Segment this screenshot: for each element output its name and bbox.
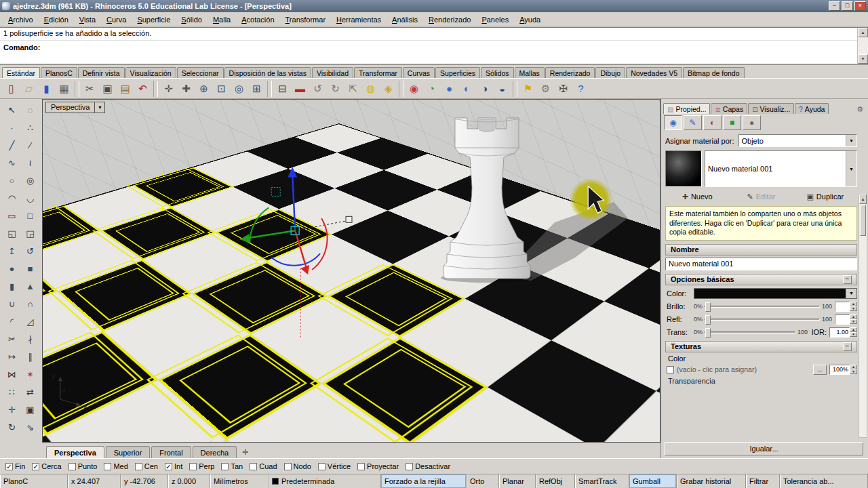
- menu-item[interactable]: Malla: [208, 14, 236, 26]
- new-material-button[interactable]: ✚ Nuevo: [665, 190, 729, 203]
- prop-mapping-icon[interactable]: ●: [743, 115, 761, 130]
- status-smarttrack[interactable]: SmartTrack: [575, 474, 629, 488]
- osnap-toggle[interactable]: Vértice: [318, 462, 351, 470]
- mirror-icon[interactable]: ⇄: [22, 384, 39, 401]
- toolbar-tab[interactable]: Transformar: [354, 67, 402, 78]
- toolbar-tab[interactable]: Bitmap de fondo: [683, 67, 744, 78]
- close-button[interactable]: ×: [854, 1, 866, 11]
- viewport-title[interactable]: Perspectiva ▼: [45, 102, 105, 113]
- panel-tab[interactable]: ≣Capas: [711, 103, 747, 114]
- curve-icon[interactable]: ∿: [3, 155, 21, 171]
- status-units[interactable]: Milímetros: [210, 474, 269, 488]
- spinner-arrows-icon[interactable]: ▲▼: [850, 365, 857, 375]
- zoom-selected-icon[interactable]: ◎: [231, 80, 248, 97]
- brillo-thumb[interactable]: [705, 302, 711, 312]
- car-icon[interactable]: ▬: [292, 80, 309, 97]
- checkbox-icon[interactable]: [357, 463, 365, 470]
- status-filter[interactable]: Filtrar: [746, 474, 780, 488]
- brillo-spinner[interactable]: ▲▼: [835, 302, 857, 312]
- points-icon[interactable]: ∴: [22, 119, 39, 136]
- restore-button[interactable]: □: [842, 1, 853, 11]
- chevron-down-icon[interactable]: ▼: [846, 151, 856, 186]
- extrude-icon[interactable]: ↥: [3, 243, 21, 260]
- set-view-icon[interactable]: ⇱: [344, 80, 361, 97]
- menu-item[interactable]: Transformar: [280, 14, 332, 26]
- zoom-extents-icon[interactable]: ⊞: [248, 80, 265, 97]
- rotate-cw-view-icon[interactable]: ↻: [327, 80, 344, 97]
- brillo-track[interactable]: [705, 306, 820, 308]
- help-icon[interactable]: ?: [572, 80, 589, 97]
- pan-hand-icon[interactable]: ✛: [160, 80, 177, 97]
- collapse-icon[interactable]: −: [843, 275, 852, 284]
- menu-item[interactable]: Edición: [39, 14, 74, 26]
- command-input[interactable]: [40, 41, 865, 54]
- lasso-select-icon[interactable]: ◌: [22, 102, 39, 119]
- menu-item[interactable]: Vista: [74, 14, 101, 26]
- toolbar-tab[interactable]: Definir vista: [78, 67, 125, 78]
- scroll-up-icon[interactable]: ▲: [858, 28, 868, 37]
- osnap-toggle[interactable]: Tan: [221, 462, 243, 470]
- prop-color-icon[interactable]: ■: [723, 115, 741, 130]
- circle-icon[interactable]: ○: [3, 172, 21, 189]
- fillet-icon[interactable]: ◜: [3, 313, 21, 330]
- cut-icon[interactable]: ✂: [81, 80, 98, 97]
- refl-track[interactable]: [705, 319, 820, 321]
- toolbar-tab[interactable]: Disposición de las vistas: [224, 67, 311, 78]
- offset-icon[interactable]: ∥: [22, 348, 39, 365]
- checkbox-icon[interactable]: ✓: [32, 463, 39, 470]
- status-gumball[interactable]: Gumball: [629, 474, 677, 488]
- spinner-arrows-icon[interactable]: ▲▼: [850, 314, 857, 325]
- paste-icon[interactable]: ▤: [117, 80, 134, 97]
- osnap-toggle[interactable]: Desactivar: [406, 462, 450, 470]
- edit-material-button[interactable]: ✎ Editar: [729, 190, 793, 203]
- perspective-viewport[interactable]: Perspectiva ▼: [42, 99, 660, 443]
- checkbox-icon[interactable]: [104, 463, 111, 470]
- extend-icon[interactable]: ↦: [3, 348, 21, 365]
- polyline-icon[interactable]: ╱: [3, 137, 21, 154]
- toolbar-tab[interactable]: Superficies: [435, 67, 480, 78]
- osnap-toggle[interactable]: ✓Cerca: [32, 462, 61, 470]
- boolean-difference-icon[interactable]: ∩: [22, 296, 39, 312]
- status-layer[interactable]: Predeterminada: [269, 474, 381, 488]
- checkbox-icon[interactable]: [250, 463, 257, 470]
- checkbox-icon[interactable]: [406, 463, 413, 470]
- zoom-dynamic-icon[interactable]: ⊕: [195, 80, 212, 97]
- toolbar-tab[interactable]: Visualización: [125, 67, 176, 78]
- toolbar-tab[interactable]: Renderizado: [545, 67, 595, 78]
- menu-item[interactable]: Análisis: [387, 14, 423, 26]
- box-icon[interactable]: ■: [22, 260, 39, 277]
- command-scrollbar[interactable]: ▲ ▼: [857, 28, 868, 64]
- browse-button[interactable]: ...: [813, 365, 827, 375]
- material-preview-sphere[interactable]: [665, 150, 702, 187]
- viewport-title-label[interactable]: Perspectiva: [45, 102, 95, 113]
- panel-tab[interactable]: ⊡Visualiz...: [748, 103, 794, 114]
- osnap-toggle[interactable]: Proyectar: [357, 462, 399, 470]
- prop-texture-icon[interactable]: ◐: [703, 115, 722, 130]
- texture-checkbox[interactable]: [667, 366, 674, 373]
- toolbar-tab[interactable]: PlanosC: [41, 67, 77, 78]
- panel-tab[interactable]: ▤Propied...: [663, 103, 710, 114]
- rotate-tool-icon[interactable]: ↻: [3, 419, 21, 436]
- scale-tool-icon[interactable]: ⇘: [22, 419, 39, 436]
- checkbox-icon[interactable]: ✓: [165, 463, 172, 470]
- status-record-history[interactable]: Grabar historial: [677, 474, 746, 488]
- scrollbar-thumb[interactable]: [860, 205, 866, 236]
- chevron-down-icon[interactable]: ▼: [846, 289, 856, 298]
- osnap-toggle[interactable]: Med: [104, 462, 127, 470]
- osnap-toggle[interactable]: Cuad: [250, 462, 277, 470]
- toolbar-tab[interactable]: Mallas: [515, 67, 545, 78]
- viewport-layout-icon[interactable]: ⊟: [274, 80, 291, 97]
- zoom-window-icon[interactable]: ⊡: [213, 80, 230, 97]
- gears-icon[interactable]: ⚙: [537, 80, 554, 97]
- osnap-toggle[interactable]: ✓Int: [165, 462, 182, 470]
- split-icon[interactable]: ∤: [22, 331, 39, 348]
- checkbox-icon[interactable]: [284, 463, 292, 470]
- cone-icon[interactable]: ▲: [22, 278, 39, 295]
- toolbar-tab[interactable]: Sólidos: [481, 67, 513, 78]
- status-coord-x[interactable]: x 24.407: [68, 474, 121, 488]
- toolbar-tab[interactable]: Estándar: [2, 67, 40, 78]
- print-icon[interactable]: ▦: [56, 80, 73, 97]
- osnap-toggle[interactable]: Punto: [68, 462, 98, 470]
- viewport-tab[interactable]: Perspectiva: [46, 446, 104, 458]
- shaded-display-icon[interactable]: ●: [441, 80, 458, 97]
